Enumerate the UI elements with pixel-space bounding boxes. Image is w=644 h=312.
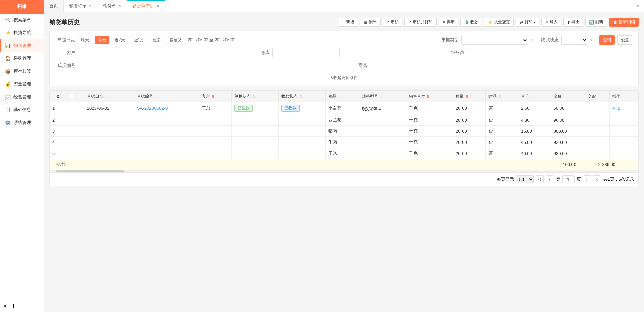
review-print-button[interactable]: ✓ 审核并打印 bbox=[404, 18, 437, 27]
col-goods[interactable]: 商品 ⇅ bbox=[326, 91, 359, 102]
col-settings[interactable]: ⚙ bbox=[50, 91, 66, 102]
cell-actions: ✏⧉ bbox=[609, 102, 638, 114]
col-date[interactable]: 单据日期 ⇅ bbox=[84, 91, 134, 102]
today-btn[interactable]: 今天 bbox=[95, 36, 109, 44]
sidebar-item-search-menu[interactable]: 🔍 搜索菜单 bbox=[0, 14, 44, 26]
sidebar-item-system-mgmt[interactable]: ⚙️ 系统管理 bbox=[0, 116, 44, 129]
add-button[interactable]: + 新增 bbox=[339, 18, 358, 27]
review-button[interactable]: ✓ 审核 bbox=[383, 18, 402, 27]
cell-actions bbox=[609, 126, 638, 137]
show-detail-button[interactable]: 📋 显示明细 bbox=[609, 18, 639, 27]
col-customer[interactable]: 客户 ⇅ bbox=[199, 91, 232, 102]
tab-sales-order-close[interactable]: ✕ bbox=[89, 4, 92, 8]
custom-date-btn[interactable]: 自定义 bbox=[167, 36, 185, 44]
cell-orderno[interactable] bbox=[134, 148, 199, 159]
edit-action[interactable]: ✏ bbox=[612, 106, 616, 111]
sidebar-item-quick-nav[interactable]: ⚡ 快捷导航 bbox=[0, 26, 44, 39]
table-row: 1 2023-06-02 SA-20230602-0 王总 已生效 已收款 小白… bbox=[50, 102, 638, 114]
tab-sales-history[interactable]: 销货单历史 ✕ bbox=[127, 0, 165, 12]
collect-status-select[interactable] bbox=[561, 35, 587, 45]
collect-button[interactable]: 💲 收款 bbox=[460, 18, 482, 27]
cell-checkbox[interactable] bbox=[66, 114, 84, 126]
sidebar-item-sales-mgmt[interactable]: 📊 销售管理 bbox=[0, 39, 44, 52]
import-button[interactable]: ⬇ 导入 bbox=[541, 18, 561, 27]
tab-sales-history-close[interactable]: ✕ bbox=[156, 4, 159, 8]
yesterday-btn[interactable]: 昨天 bbox=[78, 36, 92, 44]
cell-checkbox[interactable] bbox=[66, 137, 84, 148]
settings-filter-btn[interactable]: 设置 bbox=[617, 35, 633, 45]
sidebar-pause-btn[interactable]: ⏸ bbox=[10, 303, 16, 309]
more-date-btn[interactable]: 更多 bbox=[150, 36, 164, 44]
col-price[interactable]: 单价 ⇅ bbox=[518, 91, 551, 102]
staff-input[interactable] bbox=[467, 48, 534, 57]
tab-sales-goods-close[interactable]: ✕ bbox=[118, 4, 121, 8]
staff-ellipsis[interactable]: ... bbox=[538, 50, 542, 55]
query-button[interactable]: 查询 bbox=[599, 35, 615, 45]
cell-orderno[interactable] bbox=[134, 137, 199, 148]
sidebar-item-purchase-mgmt[interactable]: 🏠 采购管理 bbox=[0, 52, 44, 65]
col-orderstatus[interactable]: 单据状态 ⇅ bbox=[231, 91, 278, 102]
col-spec[interactable]: 规格型号 ⇅ bbox=[359, 91, 406, 102]
table-row: 4 牛肉 千克 20.00 否 46.00 920.00 bbox=[50, 137, 638, 148]
copy-action[interactable]: ⧉ bbox=[618, 106, 621, 111]
cell-unit: 千克 bbox=[406, 114, 453, 126]
tab-home[interactable]: 首页 bbox=[44, 0, 64, 12]
horizontal-scrollbar[interactable] bbox=[50, 170, 638, 172]
col-checkbox[interactable] bbox=[66, 91, 84, 102]
row-checkbox[interactable] bbox=[69, 106, 73, 110]
sidebar-item-basic-info[interactable]: 📋 基础信息 bbox=[0, 103, 44, 116]
tab-sales-order[interactable]: 销售订单 ✕ bbox=[64, 0, 97, 12]
cell-orderno[interactable]: SA-20230602-0 bbox=[134, 102, 199, 114]
col-collectstatus[interactable]: 收款状态 ⇅ bbox=[278, 91, 325, 102]
col-qty[interactable]: 数量 ⇅ bbox=[453, 91, 486, 102]
cell-gift: 否 bbox=[485, 126, 518, 137]
last-page-btn[interactable]: ⟩⟩ bbox=[593, 175, 601, 183]
cell-checkbox[interactable] bbox=[66, 126, 84, 137]
data-table-container: ⚙ 单据日期 ⇅ 单据编号 ⇅ 客户 ⇅ bbox=[49, 90, 639, 186]
orderno-input[interactable] bbox=[78, 61, 145, 70]
cell-checkbox[interactable] bbox=[66, 102, 84, 114]
cell-orderno[interactable] bbox=[134, 114, 199, 126]
tab-sales-goods[interactable]: 销货单 ✕ bbox=[97, 0, 127, 12]
export-button[interactable]: ⬆ 导出 bbox=[563, 18, 583, 27]
prev-page-btn[interactable]: ⟨ bbox=[546, 175, 554, 183]
goods-ellipsis[interactable]: ... bbox=[441, 63, 445, 68]
next-page-btn[interactable]: ⟩ bbox=[583, 175, 591, 183]
sidebar-item-inventory[interactable]: 📦 库存核算 bbox=[0, 65, 44, 78]
customer-ellipsis[interactable]: ... bbox=[149, 50, 153, 55]
page-number-input[interactable] bbox=[562, 175, 575, 183]
goods-input[interactable] bbox=[370, 61, 437, 70]
sidebar-item-operations[interactable]: 📈 经营管理 bbox=[0, 90, 44, 103]
last7-btn[interactable]: 近7天 bbox=[112, 36, 128, 44]
cell-spec bbox=[359, 126, 406, 137]
warehouse-ellipsis[interactable]: ... bbox=[344, 50, 347, 55]
cell-amount: 920.00 bbox=[551, 137, 585, 148]
sidebar-collapse-btn[interactable]: ☀ bbox=[3, 303, 7, 309]
customer-input[interactable] bbox=[78, 48, 145, 57]
delete-button[interactable]: 🗑 删除 bbox=[360, 18, 381, 27]
total-label: 合计: bbox=[52, 161, 79, 167]
abandon-button[interactable]: ✕ 弃审 bbox=[439, 18, 458, 27]
refresh-button[interactable]: 🔄 刷新 bbox=[585, 18, 607, 27]
goods-label: 商品 bbox=[347, 62, 367, 69]
sidebar-item-finance[interactable]: 💰 资金管理 bbox=[0, 78, 44, 90]
cell-checkbox[interactable] bbox=[66, 148, 84, 159]
select-all-checkbox[interactable] bbox=[69, 94, 73, 98]
page-header: 销货单历史 + 新增 🗑 删除 ✓ 审核 ✓ 审核并打印 bbox=[49, 18, 639, 27]
page-size-select[interactable]: 50 100 200 bbox=[516, 175, 534, 183]
warehouse-input[interactable] bbox=[272, 48, 340, 57]
last-month-btn[interactable]: 近1月 bbox=[131, 36, 147, 44]
col-unit[interactable]: 销售单位 ⇅ bbox=[406, 91, 453, 102]
first-page-btn[interactable]: ⟨⟨ bbox=[536, 175, 544, 183]
sidebar-item-label: 库存核算 bbox=[13, 68, 31, 74]
scrollbar-thumb[interactable] bbox=[56, 170, 124, 172]
batch-change-button[interactable]: ⚡ 批量变更 bbox=[484, 18, 514, 27]
cell-orderno[interactable] bbox=[134, 126, 199, 137]
sidebar-item-label: 销售管理 bbox=[13, 43, 31, 49]
filter-collapse-row[interactable]: ∧ 收起更多条件 bbox=[55, 74, 633, 82]
col-orderno[interactable]: 单据编号 ⇅ bbox=[134, 91, 199, 102]
col-gift[interactable]: 赠品 ⇅ bbox=[485, 91, 518, 102]
type-select[interactable] bbox=[461, 35, 528, 45]
tab-bar-close-btn[interactable]: ✕ bbox=[632, 3, 644, 8]
print-button[interactable]: 🖨 打印 ▾ bbox=[516, 18, 539, 27]
